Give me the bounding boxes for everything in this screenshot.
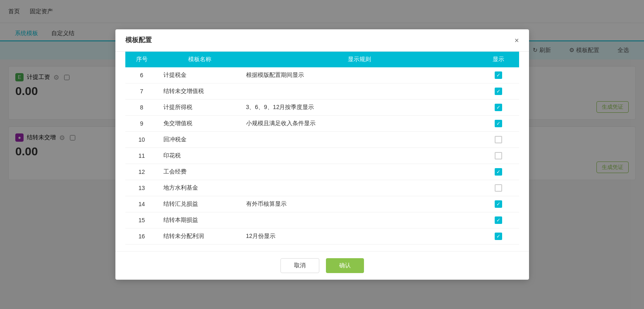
row-display-cell bbox=[478, 228, 519, 245]
row-name: 地方水利基金 bbox=[158, 180, 241, 196]
row-name: 印花税 bbox=[158, 148, 241, 164]
row-checkbox[interactable] bbox=[495, 200, 502, 208]
table-body: 6计提税金根据模版配置期间显示7结转未交增值税8计提所得税3、6、9、12月按季… bbox=[125, 67, 519, 245]
row-checkbox[interactable] bbox=[495, 71, 502, 79]
row-index: 16 bbox=[125, 228, 158, 245]
row-name: 结转未交增值税 bbox=[158, 83, 241, 100]
row-rule bbox=[241, 180, 478, 196]
row-name: 计提税金 bbox=[158, 67, 241, 83]
row-checkbox[interactable] bbox=[495, 104, 502, 111]
row-checkbox[interactable] bbox=[495, 216, 502, 224]
modal-body: 序号 模板名称 显示规则 显示 6计提税金根据模版配置期间显示7结转未交增值税8… bbox=[115, 52, 529, 251]
row-index: 10 bbox=[125, 132, 158, 148]
table-header-row: 序号 模板名称 显示规则 显示 bbox=[125, 52, 519, 67]
modal-close-button[interactable]: × bbox=[515, 37, 519, 44]
modal-title: 模板配置 bbox=[125, 36, 152, 45]
row-checkbox[interactable] bbox=[495, 152, 502, 159]
col-name: 模板名称 bbox=[158, 52, 241, 67]
row-name: 结转本期损益 bbox=[158, 212, 241, 228]
row-index: 9 bbox=[125, 116, 158, 132]
table-row: 13地方水利基金 bbox=[125, 180, 519, 196]
confirm-button[interactable]: 确认 bbox=[326, 258, 364, 273]
row-index: 15 bbox=[125, 212, 158, 228]
row-index: 12 bbox=[125, 164, 158, 180]
table-row: 8计提所得税3、6、9、12月按季度显示 bbox=[125, 100, 519, 116]
row-display-cell bbox=[478, 67, 519, 83]
row-display-cell bbox=[478, 148, 519, 164]
table-row: 11印花税 bbox=[125, 148, 519, 164]
row-rule: 小规模且满足收入条件显示 bbox=[241, 116, 478, 132]
col-display: 显示 bbox=[478, 52, 519, 67]
row-name: 免交增值税 bbox=[158, 116, 241, 132]
row-rule: 根据模版配置期间显示 bbox=[241, 67, 478, 83]
modal-header: 模板配置 × bbox=[115, 29, 529, 52]
table-row: 14结转汇兑损益有外币核算显示 bbox=[125, 196, 519, 212]
row-display-cell bbox=[478, 180, 519, 196]
row-index: 6 bbox=[125, 67, 158, 83]
row-checkbox[interactable] bbox=[495, 184, 502, 192]
row-rule bbox=[241, 164, 478, 180]
row-rule bbox=[241, 132, 478, 148]
row-checkbox[interactable] bbox=[495, 136, 502, 143]
table-row: 6计提税金根据模版配置期间显示 bbox=[125, 67, 519, 83]
row-rule: 有外币核算显示 bbox=[241, 196, 478, 212]
row-display-cell bbox=[478, 212, 519, 228]
row-name: 计提所得税 bbox=[158, 100, 241, 116]
modal-overlay: 模板配置 × 序号 模板名称 显示规则 显示 6计提税金根据模版配置期间显示7结… bbox=[0, 0, 644, 309]
modal-footer: 取消 确认 bbox=[115, 251, 529, 280]
table-row: 16结转未分配利润12月份显示 bbox=[125, 228, 519, 245]
row-checkbox[interactable] bbox=[495, 88, 502, 95]
row-display-cell bbox=[478, 196, 519, 212]
row-index: 11 bbox=[125, 148, 158, 164]
row-index: 14 bbox=[125, 196, 158, 212]
row-display-cell bbox=[478, 164, 519, 180]
table-row: 9免交增值税小规模且满足收入条件显示 bbox=[125, 116, 519, 132]
row-name: 结转汇兑损益 bbox=[158, 196, 241, 212]
row-index: 8 bbox=[125, 100, 158, 116]
row-checkbox[interactable] bbox=[495, 168, 502, 176]
row-display-cell bbox=[478, 83, 519, 100]
table-row: 10回冲税金 bbox=[125, 132, 519, 148]
row-index: 13 bbox=[125, 180, 158, 196]
col-index: 序号 bbox=[125, 52, 158, 67]
row-rule bbox=[241, 83, 478, 100]
row-checkbox[interactable] bbox=[495, 120, 502, 127]
row-checkbox[interactable] bbox=[495, 233, 502, 240]
row-display-cell bbox=[478, 132, 519, 148]
table-row: 7结转未交增值税 bbox=[125, 83, 519, 100]
row-display-cell bbox=[478, 100, 519, 116]
cancel-button[interactable]: 取消 bbox=[280, 258, 319, 273]
row-rule: 3、6、9、12月按季度显示 bbox=[241, 100, 478, 116]
config-table: 序号 模板名称 显示规则 显示 6计提税金根据模版配置期间显示7结转未交增值税8… bbox=[125, 52, 519, 245]
col-rule: 显示规则 bbox=[241, 52, 478, 67]
table-row: 15结转本期损益 bbox=[125, 212, 519, 228]
row-rule: 12月份显示 bbox=[241, 228, 478, 245]
row-index: 7 bbox=[125, 83, 158, 100]
modal-template-config: 模板配置 × 序号 模板名称 显示规则 显示 6计提税金根据模版配置期间显示7结… bbox=[115, 29, 529, 280]
row-rule bbox=[241, 148, 478, 164]
row-name: 工会经费 bbox=[158, 164, 241, 180]
row-rule bbox=[241, 212, 478, 228]
row-display-cell bbox=[478, 116, 519, 132]
row-name: 结转未分配利润 bbox=[158, 228, 241, 245]
table-row: 12工会经费 bbox=[125, 164, 519, 180]
row-name: 回冲税金 bbox=[158, 132, 241, 148]
